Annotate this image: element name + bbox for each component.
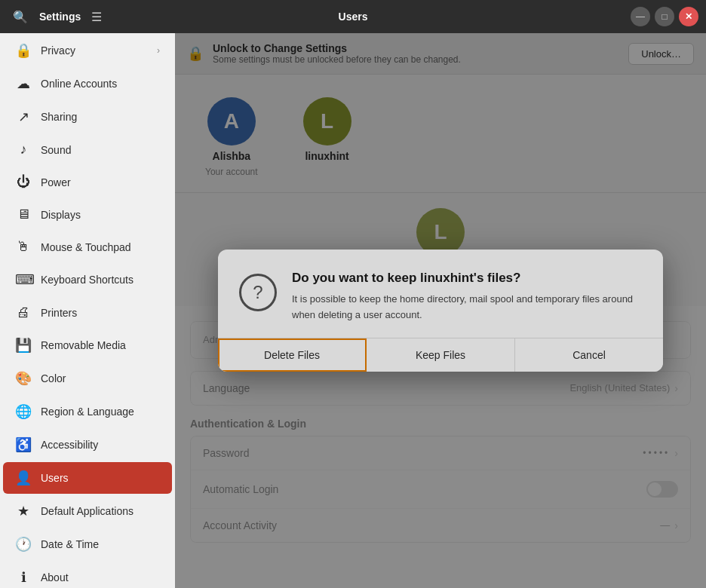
sidebar-label-sharing: Sharing xyxy=(41,111,160,123)
sidebar-icon-color: 🎨 xyxy=(15,370,32,387)
search-icon: 🔍 xyxy=(13,10,28,24)
sidebar-label-online-accounts: Online Accounts xyxy=(41,78,160,90)
delete-files-button[interactable]: Delete Files xyxy=(218,338,367,372)
sidebar-icon-mouse-touchpad: 🖱 xyxy=(15,239,32,255)
sidebar-label-about: About xyxy=(41,571,160,583)
sidebar-label-region-language: Region & Language xyxy=(41,406,160,418)
sidebar-icon-online-accounts: ☁ xyxy=(15,75,32,92)
sidebar-icon-sharing: ↗ xyxy=(15,109,32,125)
menu-button[interactable]: ☰ xyxy=(85,5,108,28)
titlebar: 🔍 Settings ☰ Users — □ ✕ xyxy=(0,0,706,33)
close-button[interactable]: ✕ xyxy=(679,7,698,26)
dialog-content: Do you want to keep linuxhint's files? I… xyxy=(292,271,642,323)
sidebar-icon-sound: ♪ xyxy=(15,142,32,158)
keep-files-button[interactable]: Keep Files xyxy=(367,338,515,372)
app-name: Settings xyxy=(39,11,81,23)
sidebar-icon-default-applications: ★ xyxy=(15,503,32,519)
sidebar-icon-displays: 🖥 xyxy=(15,207,32,222)
sidebar-label-printers: Printers xyxy=(41,307,160,319)
dialog-buttons: Delete Files Keep Files Cancel xyxy=(218,338,663,372)
sidebar-item-removable-media[interactable]: 💾Removable Media xyxy=(3,329,172,361)
sidebar-item-users[interactable]: 👤Users xyxy=(3,462,172,494)
sidebar-label-removable-media: Removable Media xyxy=(41,339,160,351)
dialog-question-icon: ? xyxy=(239,274,277,311)
sidebar-label-power: Power xyxy=(41,176,160,188)
sidebar-label-color: Color xyxy=(41,372,160,384)
sidebar-item-keyboard-shortcuts[interactable]: ⌨Keyboard Shortcuts xyxy=(3,264,172,296)
dialog-body: ? Do you want to keep linuxhint's files?… xyxy=(218,250,663,338)
sidebar-icon-accessibility: ♿ xyxy=(15,436,32,453)
maximize-button[interactable]: □ xyxy=(655,7,674,26)
sidebar-label-displays: Displays xyxy=(41,209,160,221)
confirm-dialog: ? Do you want to keep linuxhint's files?… xyxy=(218,250,663,372)
sidebar-icon-keyboard-shortcuts: ⌨ xyxy=(15,271,32,288)
sidebar-item-sharing[interactable]: ↗Sharing xyxy=(3,101,172,133)
sidebar-icon-printers: 🖨 xyxy=(15,305,32,320)
sidebar-item-about[interactable]: ℹAbout xyxy=(3,562,172,588)
dialog-overlay: ? Do you want to keep linuxhint's files?… xyxy=(175,33,706,588)
chevron-right-icon: › xyxy=(157,45,160,56)
sidebar-item-power[interactable]: ⏻Power xyxy=(3,167,172,198)
sidebar-item-color[interactable]: 🎨Color xyxy=(3,363,172,394)
maximize-icon: □ xyxy=(661,11,667,22)
sidebar-label-keyboard-shortcuts: Keyboard Shortcuts xyxy=(41,274,160,286)
sidebar-label-default-applications: Default Applications xyxy=(41,505,160,517)
search-button[interactable]: 🔍 xyxy=(8,4,33,29)
sidebar-item-region-language[interactable]: 🌐Region & Language xyxy=(3,396,172,427)
sidebar-item-online-accounts[interactable]: ☁Online Accounts xyxy=(3,68,172,100)
sidebar-label-users: Users xyxy=(41,472,160,484)
content-area: 🔒 Unlock to Change Settings Some setting… xyxy=(175,33,706,588)
sidebar-item-sound[interactable]: ♪Sound xyxy=(3,134,172,165)
sidebar-label-date-time: Date & Time xyxy=(41,538,160,550)
cancel-button[interactable]: Cancel xyxy=(515,338,663,372)
sidebar-item-displays[interactable]: 🖥Displays xyxy=(3,199,172,230)
sidebar-item-default-applications[interactable]: ★Default Applications xyxy=(3,495,172,527)
sidebar-icon-about: ℹ xyxy=(15,569,32,586)
close-icon: ✕ xyxy=(685,11,692,22)
minimize-icon: — xyxy=(636,11,645,22)
sidebar-label-accessibility: Accessibility xyxy=(41,439,160,451)
menu-icon: ☰ xyxy=(91,10,102,24)
sidebar-item-printers[interactable]: 🖨Printers xyxy=(3,297,172,328)
dialog-message: It is possible to keep the home director… xyxy=(292,292,642,323)
sidebar-icon-users: 👤 xyxy=(15,470,32,486)
sidebar-item-privacy[interactable]: 🔒Privacy› xyxy=(3,35,172,66)
sidebar-label-sound: Sound xyxy=(41,144,160,156)
sidebar: 🔒Privacy›☁Online Accounts↗Sharing♪Sound⏻… xyxy=(0,33,175,588)
sidebar-icon-region-language: 🌐 xyxy=(15,403,32,420)
sidebar-item-date-time[interactable]: 🕐Date & Time xyxy=(3,528,172,560)
sidebar-icon-power: ⏻ xyxy=(15,174,32,190)
sidebar-item-accessibility[interactable]: ♿Accessibility xyxy=(3,429,172,461)
dialog-title: Do you want to keep linuxhint's files? xyxy=(292,271,642,286)
sidebar-label-privacy: Privacy xyxy=(41,44,148,57)
sidebar-icon-privacy: 🔒 xyxy=(15,42,32,59)
sidebar-icon-date-time: 🕐 xyxy=(15,536,32,553)
window-title: Users xyxy=(339,11,368,23)
minimize-button[interactable]: — xyxy=(631,7,650,26)
sidebar-label-mouse-touchpad: Mouse & Touchpad xyxy=(41,241,160,253)
sidebar-icon-removable-media: 💾 xyxy=(15,337,32,354)
sidebar-item-mouse-touchpad[interactable]: 🖱Mouse & Touchpad xyxy=(3,231,172,262)
window-controls: — □ ✕ xyxy=(631,7,698,26)
app-container: 🔒Privacy›☁Online Accounts↗Sharing♪Sound⏻… xyxy=(0,33,706,588)
